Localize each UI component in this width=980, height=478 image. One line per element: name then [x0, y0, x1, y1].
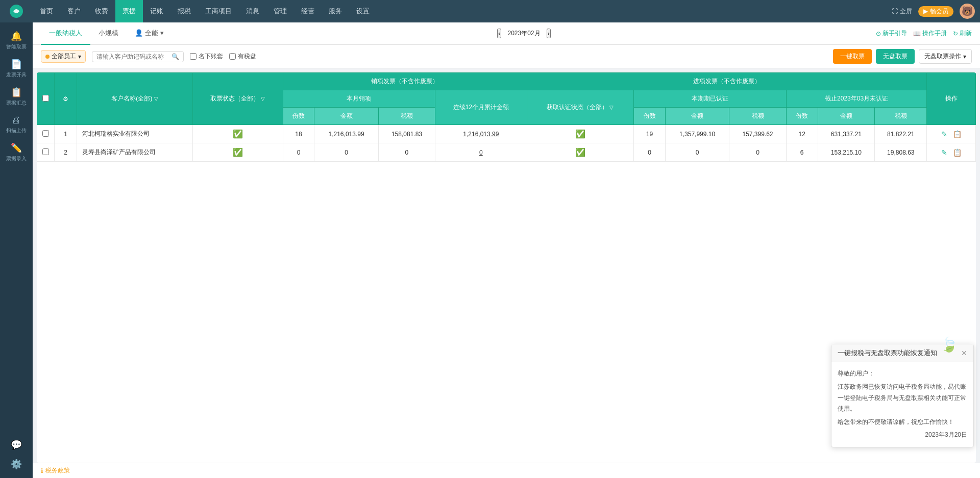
no-disk-ops-button[interactable]: 无盘取票操作 ▾	[919, 49, 972, 64]
refresh-icon: ↻	[953, 30, 958, 37]
th-period-tax: 税额	[729, 108, 787, 125]
tax-policy-link[interactable]: ℹ 税务政策	[41, 466, 70, 475]
nav-fee[interactable]: 收费	[88, 0, 115, 22]
tab-general-taxpayer[interactable]: 一般纳税人	[41, 22, 90, 45]
row-period-amount: 1,357,999.10	[665, 125, 729, 143]
settings-gear-icon[interactable]: ⚙	[63, 95, 68, 103]
fullscreen-icon: ⛶	[892, 8, 898, 15]
nav-home[interactable]: 首页	[33, 0, 60, 22]
no-disk-ticket-button[interactable]: 无盘取票	[876, 49, 915, 64]
nav-manage[interactable]: 管理	[266, 0, 294, 22]
tab-actions: ⊙ 新手引导 📖 操作手册 ↻ 刷新	[876, 29, 972, 38]
th-settings: ⚙	[55, 73, 77, 125]
row-sales-qty: 18	[283, 125, 314, 143]
next-month-button[interactable]: ›	[547, 29, 551, 38]
th-sales-tax: 税额	[378, 108, 435, 125]
row-no: 2	[55, 143, 77, 162]
invoice-table: ⚙ 客户名称(全部) ▽ 取票状态（全部） ▽ 销项发票（不含作废票） 进项发票…	[37, 72, 976, 162]
chevron-down-icon: ▾	[160, 29, 164, 37]
invoice-open-icon: 📄	[11, 59, 22, 70]
popup-date: 2023年3月20日	[838, 430, 967, 441]
filter-icon[interactable]: ▽	[154, 96, 158, 102]
employee-select[interactable]: 全部员工 ▾	[41, 50, 86, 63]
tab-all[interactable]: 👤 全能 ▾	[127, 22, 172, 45]
one-click-ticket-button[interactable]: 一键取票	[833, 49, 872, 64]
nav-message[interactable]: 消息	[239, 0, 266, 22]
refresh-link[interactable]: ↻ 刷新	[953, 29, 972, 38]
sidebar-item-ticket-entry[interactable]: ✏️ 票据录入	[0, 138, 33, 166]
th-deadline-tax: 税额	[875, 108, 927, 125]
popup-body: 尊敬的用户： 江苏政务网已恢复访问电子税务局功能，易代账一键登陆电子税务局与无盘…	[831, 362, 973, 447]
popup-content: 江苏政务网已恢复访问电子税务局功能，易代账一键登陆电子税务局与无盘取票相关功能可…	[838, 382, 967, 415]
prev-month-button[interactable]: ‹	[497, 29, 501, 38]
nav-service[interactable]: 服务	[322, 0, 349, 22]
fullscreen-btn[interactable]: ⛶ 全屏	[892, 7, 912, 16]
copy-icon[interactable]: 📋	[953, 130, 962, 138]
row-sales-tax: 158,081.83	[378, 125, 435, 143]
th-period-qty: 份数	[634, 108, 666, 125]
row-deadline-qty: 12	[786, 125, 818, 143]
sidebar: 🔔 智能取票 📄 发票开具 📋 票据汇总 🖨 扫描上传 ✏️ 票据录入 💬 ⚙️	[0, 22, 33, 478]
row-deadline-tax: 19,808.63	[875, 143, 927, 162]
checkbox-account[interactable]: 名下账套	[190, 52, 223, 61]
search-box: 🔍	[92, 51, 184, 62]
nav-tax[interactable]: 报税	[170, 0, 198, 22]
search-input[interactable]	[96, 53, 169, 60]
vip-button[interactable]: ▶ 畅会员	[918, 6, 953, 17]
popup-close-button[interactable]: ✕	[961, 349, 967, 357]
copy-icon[interactable]: 📋	[953, 148, 962, 157]
ticket-entry-icon: ✏️	[11, 142, 22, 154]
edit-icon[interactable]: ✎	[941, 148, 947, 157]
row-checkbox[interactable]	[42, 148, 49, 155]
th-sales-amount: 金额	[314, 108, 378, 125]
info-icon: ℹ	[41, 467, 43, 474]
nav-business[interactable]: 工商项目	[198, 0, 239, 22]
tab-small-scale[interactable]: 小规模	[90, 22, 127, 45]
th-purchase-header: 进项发票（不含作废票）	[527, 73, 927, 90]
scan-upload-icon: 🖨	[12, 115, 21, 125]
row-status: ✅	[192, 125, 283, 143]
edit-icon[interactable]: ✎	[941, 130, 947, 138]
nav-invoice[interactable]: 票据	[115, 0, 143, 22]
action-buttons: 一键取票 无盘取票 无盘取票操作 ▾	[833, 49, 972, 64]
manual-link[interactable]: 📖 操作手册	[913, 29, 947, 38]
th-customer: 客户名称(全部) ▽	[77, 73, 193, 125]
current-month-label: 2023年02月	[507, 29, 540, 38]
th-cert-status: 获取认证状态（全部） ▽	[527, 90, 634, 125]
table-row: 2 灵寿县尚泽矿产品有限公司 ✅ 0 0 0 0 ✅ 0 0 0 6 153,2…	[37, 143, 976, 162]
new-guide-link[interactable]: ⊙ 新手引导	[876, 29, 907, 38]
sidebar-item-invoice-summary[interactable]: 📋 票据汇总	[0, 83, 33, 111]
sidebar-item-invoice-open[interactable]: 📄 发票开具	[0, 55, 33, 83]
app-logo	[5, 0, 28, 22]
sidebar-item-settings[interactable]: ⚙️	[9, 455, 24, 474]
checkbox-taxdisk[interactable]: 有税盘	[229, 52, 256, 61]
row-period-tax: 157,399.62	[729, 125, 787, 143]
search-icon[interactable]: 🔍	[172, 53, 179, 60]
row-deadline-qty: 6	[786, 143, 818, 162]
nav-business2[interactable]: 经营	[294, 0, 322, 22]
checkbox-account-input[interactable]	[190, 53, 197, 60]
row-checkbox[interactable]	[42, 130, 49, 137]
select-all-checkbox[interactable]	[42, 95, 49, 102]
th-deadline: 截止2023年03月未认证	[786, 90, 927, 108]
th-checkbox	[37, 73, 55, 125]
settings-icon: ⚙️	[11, 459, 22, 470]
status-filter-icon[interactable]: ▽	[261, 96, 265, 102]
sidebar-item-chat[interactable]: 💬	[9, 435, 24, 455]
user-avatar[interactable]: 🐻	[960, 4, 975, 19]
dropdown-chevron-icon: ▾	[963, 53, 966, 60]
sidebar-item-scan-upload[interactable]: 🖨 扫描上传	[0, 111, 33, 138]
cert-filter-icon[interactable]: ▽	[609, 105, 614, 110]
sidebar-item-smart-ticket[interactable]: 🔔 智能取票	[0, 27, 33, 55]
row-status: ✅	[192, 143, 283, 162]
notification-popup: 🍃 一键报税与无盘取票功能恢复通知 ✕ 尊敬的用户： 江苏政务网已恢复访问电子税…	[831, 344, 974, 447]
checkbox-taxdisk-input[interactable]	[229, 53, 236, 60]
nav-accounting[interactable]: 记账	[143, 0, 170, 22]
nav-settings[interactable]: 设置	[349, 0, 377, 22]
nav-customer[interactable]: 客户	[60, 0, 88, 22]
row-customer: 灵寿县尚泽矿产品有限公司	[77, 143, 193, 162]
row-no: 1	[55, 125, 77, 143]
th-sales-header: 销项发票（不含作废票）	[283, 73, 527, 90]
row-12months: 0	[435, 143, 527, 162]
employee-label: 全部员工	[52, 52, 76, 61]
